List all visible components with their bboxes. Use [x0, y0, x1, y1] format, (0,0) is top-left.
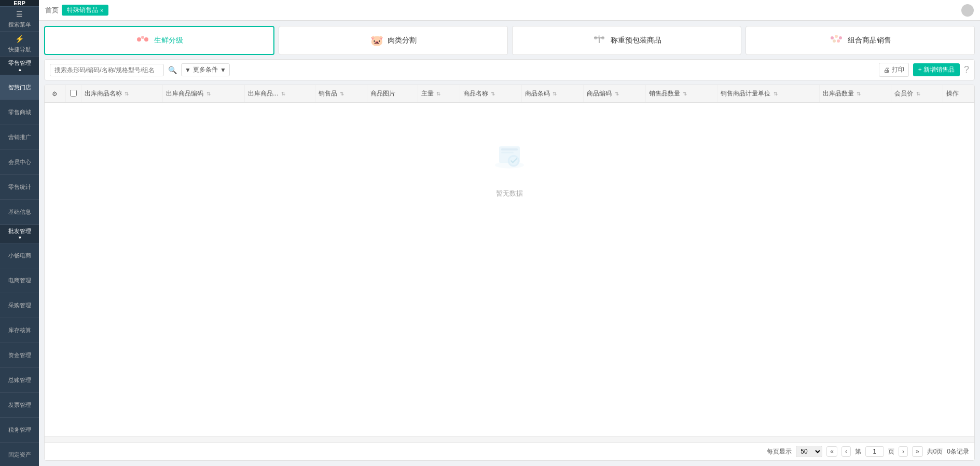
help-button[interactable]: ?: [964, 64, 969, 75]
user-avatar[interactable]: [961, 4, 974, 17]
sort-icon[interactable]: ⇅: [857, 91, 861, 97]
th-checkbox[interactable]: [65, 85, 81, 103]
svg-point-0: [137, 37, 141, 42]
top-bar: 首页 特殊销售品 ×: [39, 0, 980, 21]
sidebar-item-label: 固定资产: [8, 451, 31, 459]
col-label: 商品条码: [525, 90, 550, 97]
tab-cards: 生鲜分级 🐷 肉类分割 称重预包装商品: [44, 26, 975, 55]
sidebar-item-label: 零售统计: [8, 183, 31, 191]
first-page-button[interactable]: «: [826, 446, 837, 457]
breadcrumb: 首页 特殊销售品 ×: [45, 5, 108, 16]
th-product-barcode: 商品条码 ⇅: [521, 85, 583, 103]
sidebar-item-invoice-mgmt[interactable]: 发票管理: [0, 393, 39, 418]
add-product-button[interactable]: + 新增销售品: [913, 63, 960, 76]
sidebar-item-inventory[interactable]: 库存核算: [0, 318, 39, 343]
sort-icon[interactable]: ⇅: [615, 91, 619, 97]
select-all-checkbox[interactable]: [70, 90, 77, 97]
breadcrumb-home[interactable]: 首页: [45, 6, 59, 15]
print-button[interactable]: 🖨 打印: [879, 63, 909, 77]
sidebar-item-purchase-mgmt[interactable]: 采购管理: [0, 293, 39, 318]
sidebar-item-ledger-mgmt[interactable]: 总账管理: [0, 368, 39, 393]
th-sale-unit: 销售商品计量单位 ⇅: [717, 85, 819, 103]
th-out-product-detail: 出库商品... ⇅: [245, 85, 315, 103]
sort-icon[interactable]: ⇅: [916, 91, 920, 97]
sidebar-item-label: 营销推广: [8, 133, 31, 141]
sidebar-item-fixed-assets[interactable]: 固定资产: [0, 443, 39, 466]
horizontal-scrollbar[interactable]: [45, 436, 974, 442]
sidebar-item-ecomm-mgmt[interactable]: 电商管理: [0, 268, 39, 293]
sidebar: ERP ☰ 搜索菜单 ⚡ 快捷导航 零售管理 ▲ 智慧门店 零售商城 营销推广 …: [0, 0, 39, 466]
sidebar-item-retail-mall[interactable]: 零售商城: [0, 100, 39, 125]
top-right: [961, 4, 974, 17]
col-label: 销售品数量: [649, 90, 680, 97]
th-sale-quantity: 销售品数量 ⇅: [645, 85, 717, 103]
sidebar-item-label: 搜索菜单: [8, 21, 31, 29]
close-tab-button[interactable]: ×: [100, 7, 103, 13]
sidebar-item-retail-mgmt[interactable]: 零售管理 ▲: [0, 57, 39, 75]
table-wrapper[interactable]: ⚙ 出库商品名称 ⇅ 出库商品编码 ⇅: [45, 85, 974, 436]
th-product-name: 商品名称 ⇅: [460, 85, 521, 103]
th-main-weight: 主量 ⇅: [418, 85, 460, 103]
next-page-button[interactable]: ›: [899, 446, 908, 457]
page-number-input[interactable]: [865, 446, 884, 457]
th-out-product-name: 出库商品名称 ⇅: [81, 85, 163, 103]
sidebar-item-sales-promo[interactable]: 营销推广: [0, 125, 39, 150]
col-label: 销售商品计量单位: [721, 90, 770, 97]
sort-icon[interactable]: ⇅: [281, 91, 285, 97]
sort-icon[interactable]: ⇅: [436, 91, 440, 97]
sidebar-item-quick-nav[interactable]: ⚡ 快捷导航: [0, 32, 39, 57]
tab-combo-sales[interactable]: 组合商品销售: [746, 26, 975, 55]
sidebar-item-retail-stats[interactable]: 零售统计: [0, 175, 39, 200]
sidebar-item-finance-mgmt[interactable]: 资金管理: [0, 343, 39, 368]
tab-fresh-grade[interactable]: 生鲜分级: [44, 26, 274, 55]
sort-icon[interactable]: ⇅: [340, 91, 344, 97]
sort-icon[interactable]: ⇅: [491, 91, 495, 97]
filter-bar: 🔍 ▼ 更多条件 ▼ 🖨 打印 + 新增销售品 ?: [44, 59, 975, 80]
print-label: 打印: [892, 65, 904, 74]
sidebar-item-smart-store[interactable]: 智慧门店: [0, 75, 39, 100]
pagination-bar: 每页显示 50 10 20 100 « ‹ 第 页 › » 共0页 0条记录: [45, 442, 974, 460]
sidebar-item-search-menu[interactable]: ☰ 搜索菜单: [0, 7, 39, 32]
empty-label: 暂无数据: [496, 189, 523, 198]
col-label: 操作: [946, 90, 959, 97]
th-action: 操作: [943, 85, 974, 103]
svg-point-2: [144, 37, 148, 42]
tab-weight-pack[interactable]: 称重预包装商品: [512, 26, 741, 55]
col-label: 出库商品编码: [166, 90, 203, 97]
col-label: 商品名称: [463, 90, 488, 97]
page-content: 生鲜分级 🐷 肉类分割 称重预包装商品: [39, 21, 980, 466]
sidebar-item-label: 资金管理: [8, 351, 31, 359]
sidebar-item-label: 批发管理: [8, 227, 31, 235]
svg-point-10: [839, 36, 842, 39]
last-page-button[interactable]: »: [912, 446, 923, 457]
sort-icon[interactable]: ⇅: [553, 91, 557, 97]
search-input[interactable]: [50, 64, 164, 76]
sidebar-item-wholesale-mgmt[interactable]: 批发管理 ▼: [0, 225, 39, 243]
sort-icon[interactable]: ⇅: [206, 91, 211, 97]
svg-point-9: [835, 35, 838, 38]
tab-meat-division[interactable]: 🐷 肉类分割: [279, 26, 508, 55]
sort-icon[interactable]: ⇅: [125, 91, 129, 97]
breadcrumb-current-tab[interactable]: 特殊销售品 ×: [62, 5, 108, 16]
total-pages-label: 共0页: [927, 447, 943, 456]
th-settings[interactable]: ⚙: [45, 85, 65, 103]
svg-point-1: [141, 36, 144, 39]
sidebar-item-basic-info[interactable]: 基础信息: [0, 200, 39, 225]
sidebar-item-mini-ecomm[interactable]: 小畅电商: [0, 243, 39, 268]
filter-arrow-icon: ▼: [220, 66, 226, 74]
sort-icon[interactable]: ⇅: [683, 91, 687, 97]
search-icon[interactable]: 🔍: [168, 66, 177, 74]
more-filter-button[interactable]: ▼ 更多条件 ▼: [181, 63, 230, 76]
sidebar-item-label: 小畅电商: [8, 252, 31, 259]
sort-icon[interactable]: ⇅: [774, 91, 778, 97]
svg-point-12: [837, 39, 840, 43]
sidebar-item-label: 采购管理: [8, 301, 31, 309]
per-page-label: 每页显示: [767, 447, 792, 456]
page-size-select[interactable]: 50 10 20 100: [796, 446, 822, 457]
sidebar-item-tax-mgmt[interactable]: 税务管理: [0, 418, 39, 443]
prev-page-button[interactable]: ‹: [841, 446, 851, 457]
print-icon: 🖨: [884, 66, 890, 74]
sidebar-item-member-center[interactable]: 会员中心: [0, 150, 39, 175]
filter-right: 🖨 打印 + 新增销售品 ?: [879, 63, 969, 77]
sidebar-item-label: 总账管理: [8, 376, 31, 384]
